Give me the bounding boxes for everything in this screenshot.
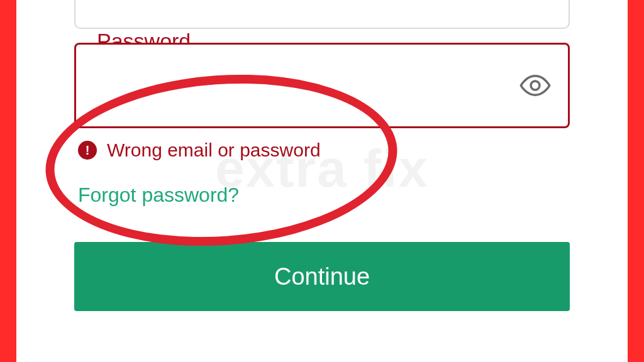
email-input[interactable] <box>75 0 569 28</box>
show-password-button[interactable] <box>518 68 553 103</box>
eye-icon <box>519 69 552 102</box>
password-field-container: Password <box>74 43 570 128</box>
error-row: ! Wrong email or password <box>78 140 570 161</box>
password-field <box>74 43 570 128</box>
error-message: Wrong email or password <box>107 140 321 161</box>
forgot-password-link[interactable]: Forgot password? <box>78 184 239 207</box>
error-icon: ! <box>78 141 97 160</box>
password-input[interactable] <box>91 45 518 126</box>
svg-point-0 <box>531 81 540 90</box>
login-card: extra fix Password ! Wrong email or pass… <box>16 0 628 362</box>
email-field-container <box>74 0 570 29</box>
continue-button[interactable]: Continue <box>74 242 570 311</box>
